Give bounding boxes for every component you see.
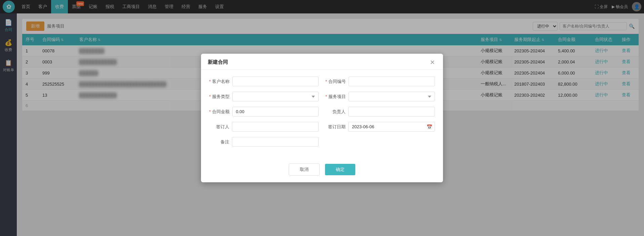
contract-no-label: 合同编号 — [325, 79, 346, 85]
form-row-5: 备注 — [209, 137, 435, 147]
form-row-2: 服务类型 服务项目 — [209, 92, 435, 101]
signer-input[interactable] — [232, 122, 319, 132]
cancel-button[interactable]: 取消 — [289, 163, 320, 176]
sign-date-label: 签订日期 — [325, 124, 346, 130]
responsible-label: 负责人 — [325, 109, 346, 115]
sign-date-input[interactable] — [348, 122, 435, 132]
modal-title: 新建合同 — [208, 59, 228, 65]
responsible-input[interactable] — [348, 107, 435, 116]
form-group-remark: 备注 — [209, 137, 319, 147]
remark-label: 备注 — [209, 139, 229, 145]
spacer — [325, 137, 435, 147]
service-type-select[interactable] — [232, 92, 319, 101]
confirm-button[interactable]: 确定 — [325, 164, 355, 175]
form-row-3: 合同金额 负责人 — [209, 107, 435, 116]
service-type-select-wrapper — [232, 92, 319, 101]
modal-header: 新建合同 ✕ — [201, 54, 443, 70]
signer-label: 签订人 — [209, 124, 229, 130]
service-item-label: 服务项目 — [325, 94, 346, 100]
amount-label: 合同金额 — [209, 109, 230, 115]
modal-close-button[interactable]: ✕ — [429, 59, 436, 65]
sign-date-wrapper: 📅 — [348, 122, 435, 132]
amount-input[interactable] — [232, 107, 319, 116]
service-item-select-wrapper — [349, 92, 435, 101]
form-group-signer: 签订人 — [209, 122, 319, 132]
main-layout: 📄 合同 💰 收费 📋 对账单 新增 服务项目 进行中 已完成 已停止 — [0, 13, 644, 236]
modal-body: 客户名称 合同编号 服务类型 — [201, 70, 443, 159]
contract-no-input[interactable] — [349, 77, 435, 86]
new-contract-modal: 新建合同 ✕ 客户名称 合同编号 — [201, 54, 443, 182]
service-type-label: 服务类型 — [209, 94, 230, 100]
modal-overlay: 新建合同 ✕ 客户名称 合同编号 — [17, 13, 644, 236]
customer-label: 客户名称 — [209, 79, 230, 85]
remark-input[interactable] — [232, 137, 319, 147]
service-item-select[interactable] — [349, 92, 435, 101]
customer-name-input[interactable] — [232, 77, 319, 86]
form-group-service-type: 服务类型 — [209, 92, 319, 101]
form-row-1: 客户名称 合同编号 — [209, 77, 435, 86]
form-group-amount: 合同金额 — [209, 107, 319, 116]
form-group-responsible: 负责人 — [325, 107, 435, 116]
modal-footer: 取消 确定 — [201, 159, 443, 182]
form-row-4: 签订人 签订日期 📅 — [209, 122, 435, 132]
form-group-service-item: 服务项目 — [325, 92, 435, 101]
form-group-customer: 客户名称 — [209, 77, 319, 86]
calendar-icon[interactable]: 📅 — [427, 124, 432, 130]
form-group-sign-date: 签订日期 📅 — [325, 122, 435, 132]
form-group-contract-no: 合同编号 — [325, 77, 435, 86]
content-area: 新增 服务项目 进行中 已完成 已停止 🔍 序号 合同编 — [17, 13, 644, 236]
